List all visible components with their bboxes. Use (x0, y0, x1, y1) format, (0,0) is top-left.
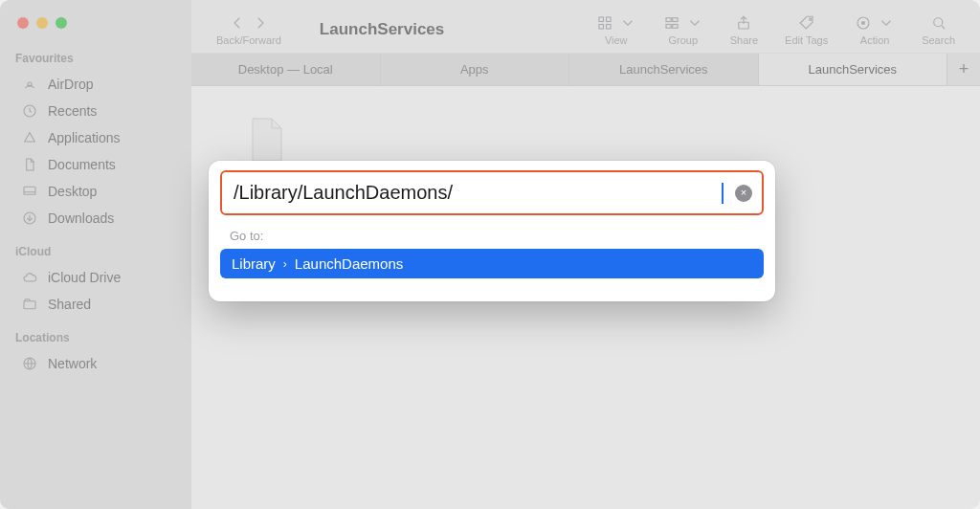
nav-back-forward[interactable]: Back/Forward (205, 12, 293, 46)
file-item[interactable] (247, 117, 285, 163)
sidebar-section-locations: Locations Network (0, 327, 191, 387)
svg-rect-13 (672, 25, 677, 29)
shared-folder-icon (21, 296, 38, 313)
svg-rect-10 (666, 18, 671, 22)
download-icon (21, 210, 38, 227)
sidebar-item-label: AirDrop (48, 77, 93, 92)
tab-bar: Desktop — Local Apps LaunchServices Laun… (191, 54, 980, 86)
sidebar-item-label: Downloads (48, 210, 114, 226)
suggestion-segment: LaunchDaemons (295, 255, 403, 272)
chevron-down-icon (878, 14, 895, 32)
chevron-left-icon (229, 14, 246, 32)
svg-rect-7 (606, 17, 611, 22)
sidebar-item-label: Recents (48, 103, 97, 119)
svg-rect-8 (599, 25, 604, 30)
sidebar-heading: Favourites (15, 52, 182, 65)
goto-suggestion[interactable]: Library › LaunchDaemons (220, 249, 764, 278)
airdrop-icon (21, 76, 38, 93)
svg-point-15 (809, 18, 811, 20)
action-icon (855, 14, 872, 32)
sidebar-item-label: Desktop (48, 184, 97, 199)
close-window-button[interactable] (17, 17, 29, 29)
sidebar-item-label: Network (48, 356, 97, 371)
svg-rect-11 (672, 18, 677, 22)
finder-window: Favourites AirDrop Recents Applications … (0, 0, 980, 509)
window-title: LaunchServices (320, 20, 444, 39)
sidebar-section-icloud: iCloud iCloud Drive Shared (0, 241, 191, 327)
sidebar-item-recents[interactable]: Recents (15, 98, 182, 124)
goto-path-input[interactable] (234, 182, 723, 204)
tab-launchservices-1[interactable]: LaunchServices (569, 54, 759, 85)
desktop-icon (21, 183, 38, 200)
toolbar-label: Back/Forward (216, 34, 281, 46)
toolbar: Back/Forward LaunchServices View Group (191, 0, 980, 54)
file-icon (247, 117, 285, 163)
fullscreen-window-button[interactable] (56, 17, 67, 29)
toolbar-search[interactable]: Search (910, 12, 967, 46)
sidebar-item-shared[interactable]: Shared (15, 291, 182, 318)
toolbar-label: Group (668, 34, 698, 46)
tab-apps[interactable]: Apps (381, 54, 570, 85)
group-icon (663, 14, 680, 32)
toolbar-group[interactable]: Group (652, 12, 715, 46)
chevron-right-icon: › (283, 257, 287, 271)
search-icon (930, 14, 947, 32)
sidebar-section-favourites: Favourites AirDrop Recents Applications … (0, 48, 191, 241)
sidebar-item-icloud-drive[interactable]: iCloud Drive (15, 264, 182, 291)
tab-desktop-local[interactable]: Desktop — Local (191, 54, 381, 85)
applications-icon (21, 129, 38, 146)
sidebar-item-label: Shared (48, 297, 91, 312)
window-controls (0, 11, 191, 48)
sidebar-item-label: Documents (48, 157, 116, 172)
network-icon (21, 355, 38, 372)
go-to-folder-dialog: × Go to: Library › LaunchDaemons (209, 161, 775, 301)
sidebar-item-label: iCloud Drive (48, 270, 121, 285)
sidebar-item-network[interactable]: Network (15, 350, 182, 377)
chevron-right-icon (252, 14, 269, 32)
svg-rect-6 (599, 17, 604, 22)
text-caret (722, 183, 724, 204)
grid-icon (596, 14, 613, 32)
svg-rect-12 (666, 25, 671, 29)
tag-icon (798, 14, 815, 32)
svg-point-18 (933, 18, 942, 27)
sidebar-heading: Locations (15, 331, 182, 344)
share-icon (735, 14, 752, 32)
toolbar-label: Search (922, 34, 955, 46)
toolbar-label: Action (860, 34, 890, 46)
svg-point-17 (862, 22, 865, 25)
toolbar-action[interactable]: Action (843, 12, 906, 46)
tab-launchservices-2[interactable]: LaunchServices (759, 54, 948, 85)
goto-label: Go to: (230, 229, 764, 243)
goto-input-wrap[interactable]: × (220, 170, 764, 215)
sidebar-item-airdrop[interactable]: AirDrop (15, 71, 182, 98)
svg-rect-2 (24, 187, 35, 194)
document-icon (21, 156, 38, 173)
cloud-icon (21, 269, 38, 286)
sidebar-heading: iCloud (15, 245, 182, 258)
toolbar-label: Share (730, 34, 758, 46)
new-tab-button[interactable]: + (947, 54, 980, 85)
chevron-down-icon (619, 14, 636, 32)
clear-input-button[interactable]: × (735, 185, 752, 202)
suggestion-segment: Library (232, 255, 276, 272)
sidebar-item-desktop[interactable]: Desktop (15, 178, 182, 205)
minimize-window-button[interactable] (36, 17, 48, 29)
sidebar: Favourites AirDrop Recents Applications … (0, 0, 191, 509)
svg-rect-4 (24, 301, 35, 309)
toolbar-share[interactable]: Share (719, 12, 769, 46)
chevron-down-icon (686, 14, 703, 32)
sidebar-item-applications[interactable]: Applications (15, 124, 182, 151)
toolbar-label: View (605, 34, 628, 46)
toolbar-label: Edit Tags (785, 34, 828, 46)
window-title-block: LaunchServices (297, 20, 467, 39)
toolbar-edit-tags[interactable]: Edit Tags (773, 12, 839, 46)
sidebar-item-documents[interactable]: Documents (15, 151, 182, 178)
sidebar-item-downloads[interactable]: Downloads (15, 205, 182, 232)
toolbar-view[interactable]: View (585, 12, 648, 46)
svg-rect-9 (606, 25, 611, 30)
sidebar-item-label: Applications (48, 130, 121, 145)
clock-icon (21, 102, 38, 120)
